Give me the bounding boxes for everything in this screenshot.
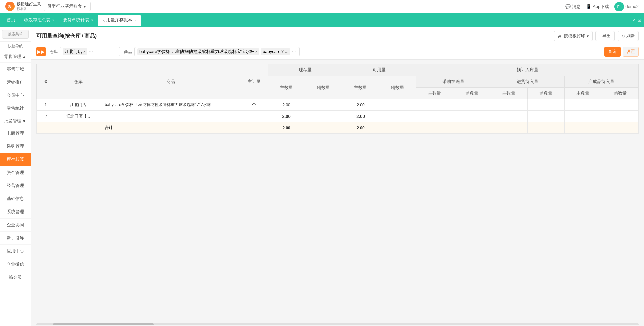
col-incoming-main: 主数量 — [490, 88, 527, 99]
col-settings[interactable]: ⚙ — [37, 64, 55, 99]
chevron-icon: ▲ — [22, 54, 26, 59]
filter-toggle-btn[interactable]: ▶▶ — [36, 47, 46, 56]
sidebar-item-retail-mall[interactable]: 零售商城 — [0, 63, 31, 76]
sidebar-search-wrap: 搜索菜单 — [0, 27, 31, 42]
tab-order-close[interactable]: × — [91, 18, 93, 22]
row1-purchase-main — [416, 99, 453, 111]
row1-unit: 个 — [240, 99, 268, 111]
col-incoming-header: 进货待入量 — [490, 76, 565, 88]
col-purchase-transit-header: 采购在途量 — [416, 76, 490, 88]
row2-available-aux — [379, 111, 416, 122]
sidebar: 搜索菜单 快捷导航 零售管理 ▲ 零售商城 营销推广 会员中心 零售统计 批发管… — [0, 27, 31, 326]
warehouse-ellipsis: ··· — [89, 49, 93, 55]
sidebar-item-member[interactable]: 会员中心 — [0, 89, 31, 102]
export-label: 导出 — [602, 33, 611, 39]
sidebar-quick-nav[interactable]: 快捷导航 — [0, 42, 31, 51]
export-btn[interactable]: ↑ 导出 — [595, 31, 615, 41]
row2-stock-aux — [305, 111, 342, 122]
row1-available-aux — [379, 99, 416, 111]
sidebar-retail-mgmt-label: 零售管理 — [4, 54, 21, 60]
sidebar-item-enterprise[interactable]: 企业协同 — [0, 219, 31, 232]
window-controls: × ⊡ — [632, 18, 641, 23]
sidebar-item-inventory[interactable]: 库存核算 — [0, 153, 31, 166]
chevron-down-icon: ▾ — [84, 4, 86, 9]
row1-incoming-main — [490, 99, 527, 111]
sidebar-item-retail-stats[interactable]: 零售统计 — [0, 102, 31, 115]
content-area: 可用量查询(按仓库+商品) 🖨 按模板打印 ▾ ↑ 导出 ↻ 刷新 ▶▶ — [31, 27, 644, 326]
product-tag1-close[interactable]: × — [255, 50, 257, 54]
row1-product: babycare学饮杯 儿童防摔防撞吸管杯重力球吸嘴杯宝宝水杯 — [101, 99, 240, 111]
product-input[interactable]: babycare学饮杯 儿童防摔防撞吸管杯重力球吸嘴杯宝宝水杯 × babyca… — [134, 47, 300, 56]
product-tag1: babycare学饮杯 儿童防摔防撞吸管杯重力球吸嘴杯宝宝水杯 × — [137, 48, 259, 55]
sidebar-finance-label: 资金管理 — [7, 170, 24, 176]
row1-available-main: 2.00 — [342, 99, 379, 111]
row2-production-main — [564, 111, 601, 122]
export-icon: ↑ — [599, 34, 601, 39]
message-btn[interactable]: 💬 消息 — [565, 4, 581, 10]
sidebar-item-ecommerce[interactable]: 电商管理 — [0, 127, 31, 140]
scroll-thumb[interactable] — [53, 323, 154, 325]
tab-order-label: 要货单统计表 — [63, 17, 89, 23]
product-tag2-value: babycare？... — [263, 49, 288, 55]
sidebar-item-wholesale[interactable]: 批发管理 ▼ — [0, 115, 31, 127]
col-production-main: 主数量 — [564, 88, 601, 99]
tab-available-close[interactable]: × — [135, 18, 137, 22]
sidebar-item-vip[interactable]: 畅会员 — [0, 271, 31, 284]
sidebar-item-app-center[interactable]: 应用中心 — [0, 245, 31, 258]
logo-text: 畅捷通好生意 — [17, 2, 41, 6]
avatar: Ea — [614, 2, 624, 11]
sidebar-retail-stats-label: 零售统计 — [7, 105, 24, 111]
row2-seq: 2 — [37, 111, 55, 122]
tab-receive-close[interactable]: × — [52, 18, 54, 22]
query-btn[interactable]: 查询 — [604, 47, 621, 57]
table-scroll-bar[interactable] — [31, 322, 644, 326]
user-area[interactable]: Ea demo2 — [614, 2, 639, 11]
page-title: 可用量查询(按仓库+商品) — [36, 33, 97, 40]
refresh-btn[interactable]: ↻ 刷新 — [618, 31, 639, 41]
tab-receive[interactable]: 收发存汇总表 × — [20, 15, 58, 26]
main-layout: 搜索菜单 快捷导航 零售管理 ▲ 零售商城 营销推广 会员中心 零售统计 批发管… — [0, 27, 644, 326]
footer-purchase-aux — [453, 122, 490, 134]
table-row: 2 江北门店【... 2.00 2.00 — [37, 111, 639, 122]
tab-order[interactable]: 要货单统计表 × — [59, 15, 97, 26]
sidebar-item-enterprise-wechat[interactable]: 企业微信 — [0, 258, 31, 271]
sidebar-item-marketing[interactable]: 营销推广 — [0, 76, 31, 89]
tab-home[interactable]: 首页 — [3, 15, 19, 26]
settings-btn[interactable]: 设置 — [623, 47, 639, 57]
maximize-btn[interactable]: ⊡ — [638, 18, 641, 23]
top-bar: 好 畅捷通好生意 标准版 母婴行业演示账套 ▾ 💬 消息 📱 App下载 Ea … — [0, 0, 644, 13]
sidebar-item-new-guide[interactable]: 新手引导 — [0, 232, 31, 245]
footer-unit — [240, 122, 268, 134]
row1-production-main — [564, 99, 601, 111]
search-menu-btn[interactable]: 搜索菜单 — [2, 30, 29, 39]
nav-tabs: 首页 收发存汇总表 × 要货单统计表 × 可用量库存账本 × × ⊡ — [0, 13, 644, 27]
sidebar-system-label: 系统管理 — [7, 209, 24, 215]
industry-label: 母婴行业演示账套 — [47, 3, 82, 9]
sidebar-item-finance[interactable]: 资金管理 — [0, 166, 31, 179]
sidebar-retail-mall-label: 零售商城 — [7, 66, 24, 72]
sidebar-item-operations[interactable]: 经营管理 — [0, 179, 31, 192]
print-btn[interactable]: 🖨 按模板打印 ▾ — [554, 31, 593, 41]
message-icon: 💬 — [565, 4, 571, 9]
logo-sub: 标准版 — [17, 7, 41, 11]
sidebar-item-retail-mgmt[interactable]: 零售管理 ▲ — [0, 51, 31, 63]
footer-production-main — [564, 122, 601, 134]
sidebar-operations-label: 经营管理 — [7, 183, 24, 189]
download-btn[interactable]: 📱 App下载 — [586, 4, 609, 10]
scroll-track[interactable] — [36, 323, 639, 325]
tab-available[interactable]: 可用量库存账本 × — [98, 15, 141, 26]
tab-available-label: 可用量库存账本 — [102, 17, 132, 23]
sidebar-ecommerce-label: 电商管理 — [7, 130, 24, 136]
sidebar-item-purchase[interactable]: 采购管理 — [0, 140, 31, 153]
logo-text-wrap: 畅捷通好生意 标准版 — [17, 2, 41, 11]
sidebar-item-system[interactable]: 系统管理 — [0, 205, 31, 219]
warehouse-input[interactable]: 江北门店 × ··· — [60, 47, 120, 56]
row2-warehouse: 江北门店【... — [55, 111, 101, 122]
close-btn[interactable]: × — [632, 18, 635, 23]
data-table: ⚙ 仓库 商品 主计量 现存量 — [36, 64, 639, 134]
industry-selector[interactable]: 母婴行业演示账套 ▾ — [44, 2, 91, 11]
sidebar-item-basic-info[interactable]: 基础信息 — [0, 192, 31, 205]
row1-incoming-aux — [527, 99, 564, 111]
col-warehouse-header: 仓库 — [55, 64, 101, 99]
warehouse-tag-close[interactable]: × — [83, 50, 85, 54]
